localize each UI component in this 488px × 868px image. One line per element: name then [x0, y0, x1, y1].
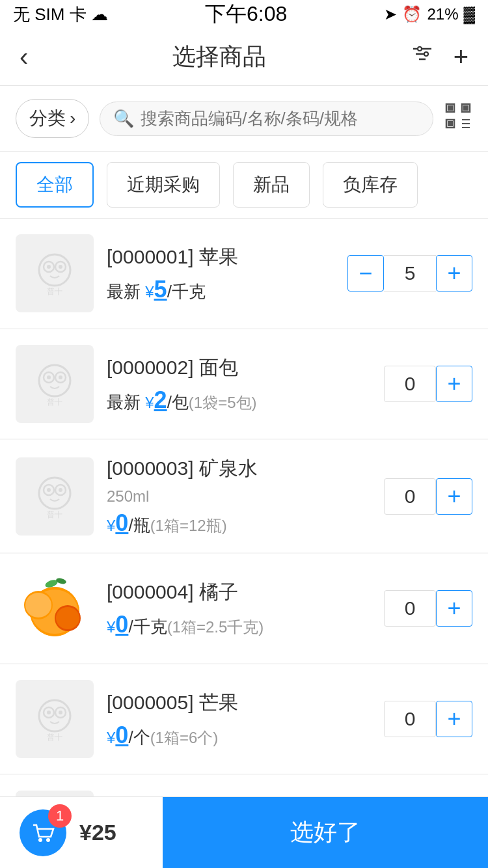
nav-actions: +	[411, 42, 468, 72]
svg-text:普十: 普十	[47, 398, 62, 407]
svg-point-44	[47, 711, 51, 714]
svg-rect-9	[463, 105, 468, 111]
status-right: ➤ ⏰ 21% ▓	[384, 5, 475, 23]
product-name: [0000005] 芒果	[107, 690, 371, 716]
product-price: 最新 ¥2/包(1袋=5包)	[107, 387, 371, 414]
cart-badge: 1	[48, 804, 72, 828]
svg-point-24	[59, 375, 62, 379]
svg-point-36	[25, 593, 51, 617]
qty-plus-button[interactable]: +	[436, 366, 472, 402]
product-name: [0000004] 橘子	[107, 579, 371, 606]
nav-bar: ‹ 选择商品 +	[0, 29, 488, 86]
svg-point-41	[39, 700, 70, 731]
product-item: 普十 [0000001] 苹果 最新 ¥5/千克 − +	[0, 219, 488, 328]
page-title: 选择商品	[172, 41, 266, 73]
qty-input[interactable]	[384, 701, 436, 737]
product-qty-control: +	[384, 366, 472, 402]
search-input[interactable]	[141, 109, 420, 129]
svg-point-53	[38, 838, 42, 842]
product-info: [0000003] 矿泉水 250ml ¥0/瓶(1箱=12瓶)	[107, 455, 371, 537]
status-time: 下午6:08	[205, 0, 287, 29]
svg-point-20	[39, 365, 70, 396]
product-item: 普十 [0000003] 矿泉水 250ml ¥0/瓶(1箱=12瓶) +	[0, 440, 488, 552]
product-info: [0000002] 面包 最新 ¥2/包(1袋=5包)	[107, 355, 371, 414]
location-icon: ➤	[384, 5, 397, 23]
chevron-right-icon: ›	[70, 108, 75, 129]
product-image: 普十	[16, 457, 94, 536]
product-item: [0000004] 橘子 ¥0/千克(1箱=2.5千克) +	[0, 554, 488, 663]
product-qty-control: +	[384, 478, 472, 515]
svg-point-23	[47, 375, 51, 379]
battery-text: 21%	[427, 5, 458, 23]
svg-point-29	[47, 488, 51, 492]
product-price: ¥0/千克(1箱=2.5千克)	[107, 611, 371, 638]
qty-plus-button[interactable]: +	[436, 590, 472, 627]
svg-point-4	[424, 52, 428, 56]
product-price: ¥0/个(1箱=6个)	[107, 722, 371, 749]
tab-new[interactable]: 新品	[233, 162, 310, 208]
tab-recent[interactable]: 近期采购	[107, 162, 220, 208]
add-icon[interactable]: +	[454, 42, 468, 72]
tab-bar: 全部 近期采购 新品 负库存	[0, 152, 488, 219]
qty-plus-button[interactable]: +	[436, 255, 472, 292]
svg-point-40	[55, 577, 67, 585]
product-price: 最新 ¥5/千克	[107, 276, 334, 303]
svg-point-3	[418, 47, 422, 51]
product-item: 普十 [0000005] 芒果 ¥0/个(1箱=6个) +	[0, 664, 488, 774]
qty-input[interactable]	[384, 590, 436, 627]
product-name: [0000003] 矿泉水	[107, 455, 371, 482]
svg-point-18	[59, 265, 62, 269]
filter-icon[interactable]	[411, 42, 434, 72]
search-bar: 分类 › 🔍	[0, 86, 488, 152]
product-image: 普十	[16, 234, 94, 312]
svg-point-38	[56, 607, 79, 629]
product-image	[16, 569, 94, 647]
alarm-icon: ⏰	[402, 5, 422, 23]
qty-input[interactable]	[384, 478, 436, 515]
product-info: [0000001] 苹果 最新 ¥5/千克	[107, 244, 334, 303]
status-left: 无 SIM 卡 ☁	[13, 3, 108, 26]
svg-text:普十: 普十	[47, 733, 62, 742]
back-button[interactable]: ‹	[20, 42, 28, 72]
product-price: ¥0/瓶(1箱=12瓶)	[107, 509, 371, 537]
svg-point-54	[46, 838, 50, 842]
svg-text:普十: 普十	[47, 510, 62, 519]
cart-icon-button[interactable]: 1	[20, 809, 66, 856]
product-image: 普十	[16, 680, 94, 758]
product-list: 普十 [0000001] 苹果 最新 ¥5/千克 − + 普十	[0, 219, 488, 868]
svg-point-14	[39, 254, 70, 286]
svg-text:普十: 普十	[47, 287, 62, 296]
svg-point-45	[59, 711, 62, 714]
svg-rect-10	[448, 121, 453, 126]
qty-minus-button[interactable]: −	[347, 255, 384, 292]
svg-rect-8	[448, 105, 453, 111]
cart-section: 1 ¥25	[0, 809, 163, 856]
bottom-bar: 1 ¥25 选好了	[0, 796, 488, 868]
product-name: [0000001] 苹果	[107, 244, 334, 271]
cart-total: ¥25	[79, 820, 116, 845]
category-button[interactable]: 分类 ›	[16, 99, 89, 138]
svg-point-26	[39, 478, 70, 509]
product-qty-control: − +	[347, 255, 472, 292]
tab-all[interactable]: 全部	[16, 162, 94, 208]
tab-negative-stock[interactable]: 负库存	[323, 162, 418, 208]
battery-icon: ▓	[463, 5, 475, 23]
qty-plus-button[interactable]: +	[436, 478, 472, 515]
product-info: [0000005] 芒果 ¥0/个(1箱=6个)	[107, 690, 371, 749]
qty-plus-button[interactable]: +	[436, 701, 472, 737]
search-icon: 🔍	[113, 109, 134, 129]
product-qty-control: +	[384, 701, 472, 737]
qty-input[interactable]	[384, 366, 436, 402]
svg-point-30	[59, 488, 62, 492]
category-label: 分类	[29, 106, 66, 131]
qty-input[interactable]	[384, 255, 436, 292]
status-bar: 无 SIM 卡 ☁ 下午6:08 ➤ ⏰ 21% ▓	[0, 0, 488, 29]
svg-point-17	[47, 265, 51, 269]
scan-icon[interactable]	[444, 102, 472, 136]
product-image: 普十	[16, 345, 94, 423]
product-info: [0000004] 橘子 ¥0/千克(1箱=2.5千克)	[107, 579, 371, 638]
search-input-wrap: 🔍	[100, 102, 433, 136]
product-name: [0000002] 面包	[107, 355, 371, 381]
product-item: 普十 [0000002] 面包 最新 ¥2/包(1袋=5包) +	[0, 329, 488, 439]
confirm-button[interactable]: 选好了	[163, 797, 488, 869]
